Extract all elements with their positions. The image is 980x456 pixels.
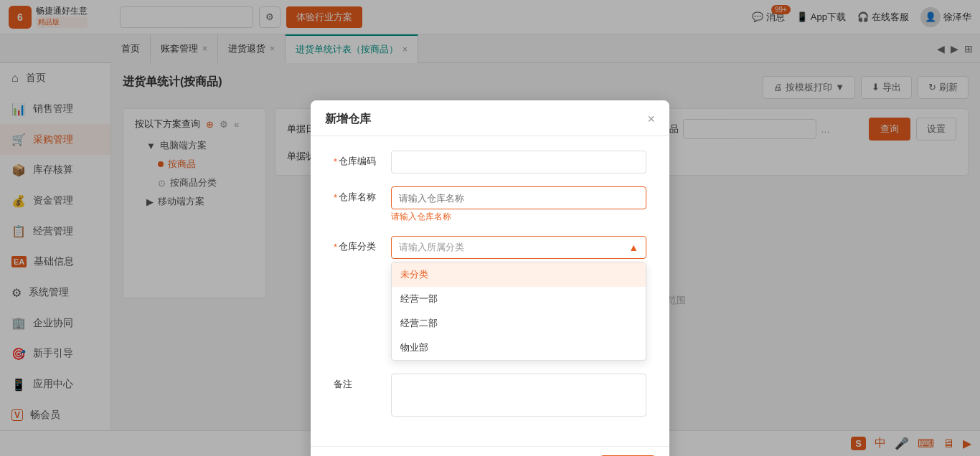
dropdown-item-1[interactable]: 经营一部	[392, 287, 646, 311]
dialog-header: 新增仓库 ×	[311, 100, 669, 136]
dialog-close-button[interactable]: ×	[647, 112, 655, 127]
name-input[interactable]	[391, 186, 646, 209]
remark-label: 备注	[334, 374, 391, 391]
dropdown-item-0[interactable]: 未分类	[392, 262, 646, 287]
name-required-mark: *	[334, 192, 337, 203]
category-select[interactable]: 请输入所属分类 ▲	[391, 236, 646, 259]
name-control-wrap: 请输入仓库名称	[391, 186, 646, 223]
chevron-up-icon: ▲	[628, 242, 639, 253]
code-input[interactable]: 04	[391, 151, 646, 174]
code-label-text: 仓库编码	[339, 155, 376, 168]
dialog-body: * 仓库编码 04 * 仓库名称 请输入仓库名称 * 仓库分类	[311, 136, 669, 446]
dropdown-item-3[interactable]: 物业部	[392, 336, 646, 360]
required-mark: *	[334, 156, 337, 167]
code-form-row: * 仓库编码 04	[334, 151, 646, 174]
name-label-text: 仓库名称	[339, 191, 376, 204]
dialog-title: 新增仓库	[325, 112, 371, 127]
category-form-row: * 仓库分类 请输入所属分类 ▲ 未分类 经营一部 经营二部 物业部	[334, 236, 646, 259]
name-error-tip: 请输入仓库名称	[391, 211, 646, 223]
dropdown-item-2[interactable]: 经营二部	[392, 311, 646, 336]
dialog-footer: 保存	[311, 446, 669, 456]
category-label-text: 仓库分类	[339, 240, 376, 253]
name-label: * 仓库名称	[334, 186, 391, 204]
remark-form-row: 备注	[334, 374, 646, 419]
category-dropdown: 未分类 经营一部 经营二部 物业部	[391, 262, 646, 361]
category-control-wrap: 请输入所属分类 ▲ 未分类 经营一部 经营二部 物业部	[391, 236, 646, 259]
cat-required-mark: *	[334, 242, 337, 252]
code-label: * 仓库编码	[334, 151, 391, 168]
name-form-row: * 仓库名称 请输入仓库名称	[334, 186, 646, 223]
category-select-placeholder: 请输入所属分类	[399, 241, 464, 254]
remark-textarea[interactable]	[391, 374, 646, 417]
remark-control-wrap	[391, 374, 646, 419]
add-warehouse-dialog: 新增仓库 × * 仓库编码 04 * 仓库名称 请输入仓库名称	[311, 100, 669, 456]
category-label: * 仓库分类	[334, 236, 391, 253]
code-control-wrap: 04	[391, 151, 646, 174]
remark-label-text: 备注	[334, 378, 352, 391]
